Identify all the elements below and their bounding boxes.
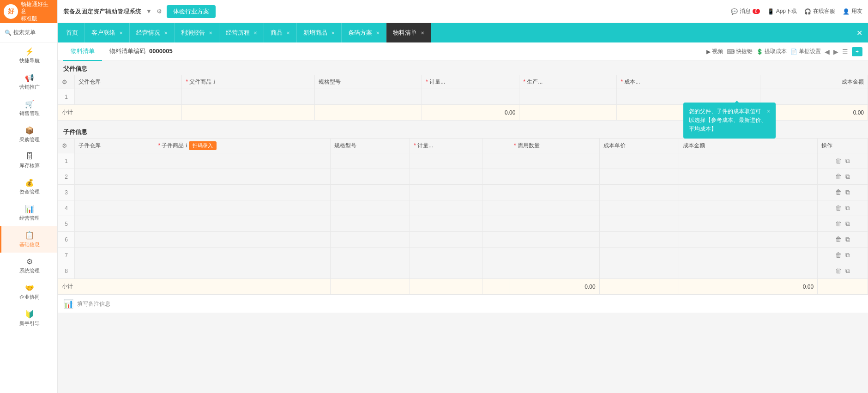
sidebar-item-purchase[interactable]: 📦采购管理 xyxy=(0,121,57,148)
sidebar-item-inventory[interactable]: 🗄库存核算 xyxy=(0,148,57,174)
settings-icon[interactable]: ⚙ xyxy=(157,8,162,15)
nav-right-button[interactable]: ▶ xyxy=(833,48,838,55)
child-cell-spec-2[interactable] xyxy=(330,169,410,185)
trial-button[interactable]: 体验行业方案 xyxy=(167,5,216,18)
delete-icon-2[interactable]: 🗑 xyxy=(835,173,842,180)
sidebar-item-cooperation[interactable]: 🤝企业协同 xyxy=(0,279,57,305)
child-cell-unit-3[interactable] xyxy=(410,185,482,200)
child-cell-cost-unit-7[interactable] xyxy=(599,248,679,263)
child-cell-cost-amount-6[interactable] xyxy=(679,232,818,248)
copy-icon-4[interactable]: ⧉ xyxy=(845,204,850,212)
child-cell-warehouse-2[interactable] xyxy=(75,169,154,185)
child-cell-goods-4[interactable] xyxy=(154,200,330,216)
child-cell-unit-6[interactable] xyxy=(410,232,482,248)
delete-icon-6[interactable]: 🗑 xyxy=(835,236,842,243)
note-label[interactable]: 填写备注信息 xyxy=(77,300,110,308)
copy-icon-3[interactable]: ⧉ xyxy=(845,188,850,196)
app-download-button[interactable]: 📱 App下载 xyxy=(767,7,797,15)
doc-settings-button[interactable]: 📄 单据设置 xyxy=(790,48,821,55)
sidebar-item-marketing[interactable]: 📢营销推广 xyxy=(0,69,57,95)
copy-icon-6[interactable]: ⧉ xyxy=(845,236,850,243)
user-button[interactable]: 👤 用友 xyxy=(843,7,862,15)
delete-icon-7[interactable]: 🗑 xyxy=(835,251,842,259)
child-cell-cost-amount-4[interactable] xyxy=(679,200,818,216)
child-cell-cost-amount-8[interactable] xyxy=(679,263,818,279)
child-cell-warehouse-6[interactable] xyxy=(75,232,154,248)
scan-input-button[interactable]: 扫码录入 xyxy=(189,141,217,150)
cost-button[interactable]: 💲 提取成本 xyxy=(756,48,787,55)
child-cell-warehouse-4[interactable] xyxy=(75,200,154,216)
tab-close-history[interactable]: ✕ xyxy=(253,30,257,36)
sidebar-item-sales[interactable]: 🛒销售管理 xyxy=(0,95,57,121)
child-cell-needed-4[interactable] xyxy=(510,200,599,216)
child-cell-needed-8[interactable] xyxy=(510,263,599,279)
copy-icon-1[interactable]: ⧉ xyxy=(845,157,850,164)
nav-tab-goods[interactable]: 商品✕ xyxy=(264,23,297,42)
tab-close-goods[interactable]: ✕ xyxy=(286,30,290,36)
nav-tab-history[interactable]: 经营历程✕ xyxy=(219,23,264,42)
delete-icon-4[interactable]: 🗑 xyxy=(835,204,842,212)
child-cell-goods-1[interactable] xyxy=(154,153,330,169)
parent-cell-goods-1[interactable] xyxy=(182,89,314,105)
delete-icon-1[interactable]: 🗑 xyxy=(835,157,842,164)
child-cell-warehouse-1[interactable] xyxy=(75,153,154,169)
tab-close-barcode[interactable]: ✕ xyxy=(376,30,380,36)
nav-tab-profit[interactable]: 利润报告✕ xyxy=(175,23,219,42)
child-cell-cost-unit-6[interactable] xyxy=(599,232,679,248)
child-cell-warehouse-3[interactable] xyxy=(75,185,154,200)
child-cell-unit-5[interactable] xyxy=(410,216,482,232)
child-cell-needed-5[interactable] xyxy=(510,216,599,232)
nav-tab-business-status[interactable]: 经营情况✕ xyxy=(130,23,175,42)
parent-cell-warehouse-1[interactable] xyxy=(75,89,182,105)
child-cell-goods-6[interactable] xyxy=(154,232,330,248)
parent-cell-spec-1[interactable] xyxy=(314,89,422,105)
nav-tab-new-goods[interactable]: 新增商品✕ xyxy=(297,23,342,42)
child-cell-unit-8[interactable] xyxy=(410,263,482,279)
child-cell-spec-8[interactable] xyxy=(330,263,410,279)
child-cell-unit-2[interactable] xyxy=(410,169,482,185)
child-cell-cost-amount-7[interactable] xyxy=(679,248,818,263)
child-cell-goods-7[interactable] xyxy=(154,248,330,263)
child-cell-goods-3[interactable] xyxy=(154,185,330,200)
tab-close-bom[interactable]: ✕ xyxy=(421,30,424,36)
parent-cell-produce-1[interactable] xyxy=(519,89,617,105)
child-cell-unit-7[interactable] xyxy=(410,248,482,263)
shortcut-button[interactable]: ⌨ 快捷键 xyxy=(727,48,753,55)
child-cell-goods-2[interactable] xyxy=(154,169,330,185)
copy-icon-8[interactable]: ⧉ xyxy=(845,267,850,274)
add-row-button[interactable]: + xyxy=(852,47,862,56)
child-cell-cost-unit-5[interactable] xyxy=(599,216,679,232)
grid-view-button[interactable]: ☰ xyxy=(842,48,848,55)
child-cell-cost-unit-3[interactable] xyxy=(599,185,679,200)
parent-cell-cost-amount-1[interactable] xyxy=(760,89,868,105)
child-cell-spec-1[interactable] xyxy=(330,153,410,169)
delete-icon-3[interactable]: 🗑 xyxy=(835,188,842,196)
sidebar-item-finance[interactable]: 💰资金管理 xyxy=(0,174,57,200)
sidebar-item-business[interactable]: 📊经营管理 xyxy=(0,200,57,226)
tab-bom-code[interactable]: 物料清单编码 0000005 xyxy=(102,42,180,61)
sidebar-item-basic-info[interactable]: 📋基础信息 xyxy=(0,226,57,253)
child-cell-spec-6[interactable] xyxy=(330,232,410,248)
tab-bom-list[interactable]: 物料清单 xyxy=(63,42,102,61)
child-cell-warehouse-8[interactable] xyxy=(75,263,154,279)
nav-tab-barcode[interactable]: 条码方案✕ xyxy=(342,23,386,42)
child-cell-spec-3[interactable] xyxy=(330,185,410,200)
tab-close-business-status[interactable]: ✕ xyxy=(164,30,168,36)
close-all-tabs-button[interactable]: ✕ xyxy=(853,29,866,37)
online-service-button[interactable]: 🎧 在线客服 xyxy=(804,7,835,15)
child-cell-unit-1[interactable] xyxy=(410,153,482,169)
child-cell-cost-unit-4[interactable] xyxy=(599,200,679,216)
copy-icon-7[interactable]: ⧉ xyxy=(845,251,850,259)
child-cell-cost-amount-2[interactable] xyxy=(679,169,818,185)
child-cell-spec-7[interactable] xyxy=(330,248,410,263)
child-cell-cost-unit-8[interactable] xyxy=(599,263,679,279)
child-cell-warehouse-7[interactable] xyxy=(75,248,154,263)
parent-th-setting[interactable]: ⚙ xyxy=(58,75,75,89)
child-cell-cost-amount-1[interactable] xyxy=(679,153,818,169)
tooltip-close-button[interactable]: × xyxy=(767,107,770,116)
tab-close-new-goods[interactable]: ✕ xyxy=(331,30,335,36)
child-cell-cost-amount-3[interactable] xyxy=(679,185,818,200)
copy-icon-2[interactable]: ⧉ xyxy=(845,173,850,180)
child-cell-cost-amount-5[interactable] xyxy=(679,216,818,232)
nav-left-button[interactable]: ◀ xyxy=(825,48,830,55)
